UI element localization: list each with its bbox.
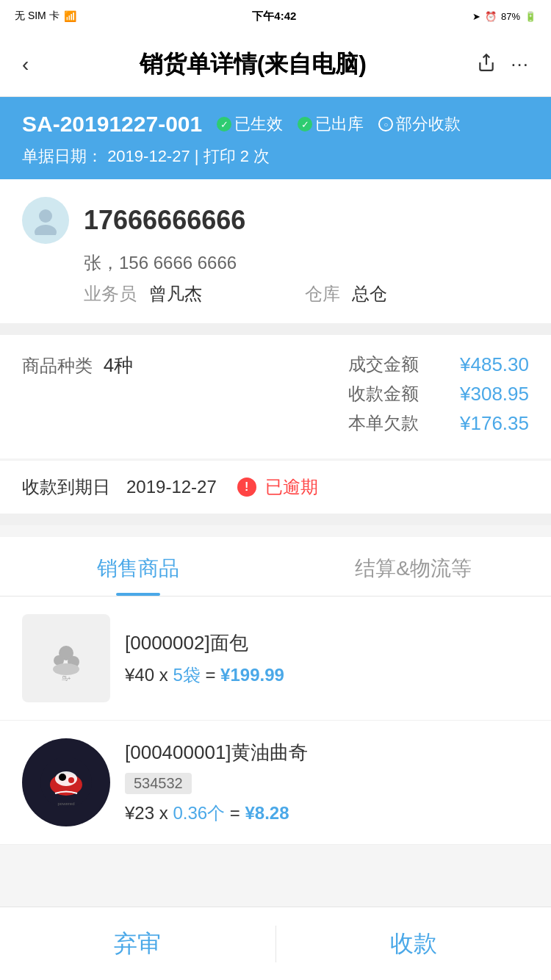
product-item-1: 鸟+ [0000002]面包 ¥40 x 5袋 = ¥199.99 [0, 597, 551, 721]
svg-point-0 [39, 209, 52, 223]
svg-point-11 [68, 777, 74, 783]
product-item-2: powered [000400001]黄油曲奇 534532 ¥23 x 0.3… [0, 721, 551, 845]
overdue-date: 2019-12-27 [126, 477, 217, 497]
page-title: 销货单详情(来自电脑) [29, 48, 477, 81]
product-total-2: ¥8.28 [245, 803, 289, 823]
svg-point-10 [59, 774, 66, 781]
deal-amount-label: 成交金额 [348, 353, 419, 376]
status-shipped: ✓ 已出库 [298, 113, 364, 135]
received-value: ¥308.95 [441, 383, 529, 406]
overdue-label: 收款到期日 [22, 475, 110, 499]
nav-actions: ··· [477, 53, 529, 76]
header-date: 单据日期： 2019-12-27 | 打印 2 次 [22, 145, 529, 167]
customer-phone: 17666666666 [84, 205, 245, 236]
alarm-icon: ⏰ [485, 11, 497, 22]
overdue-icon: ! [237, 478, 256, 497]
wifi-icon: 📶 [64, 10, 76, 22]
category-count: 4种 [104, 354, 133, 376]
status-left: 无 SIM 卡 📶 [15, 10, 76, 23]
received-label: 收款金额 [348, 382, 419, 406]
battery-percent: 87% [501, 11, 520, 22]
check-icon-2: ✓ [298, 117, 312, 131]
order-id: SA-20191227-001 [22, 112, 202, 137]
svg-text:鸟+: 鸟+ [62, 675, 71, 682]
clock-icon: ○ [378, 117, 393, 131]
product-info-1: [0000002]面包 ¥40 x 5袋 = ¥199.99 [125, 630, 529, 687]
sales-label: 业务员 [84, 284, 137, 303]
stats-right: 成交金额 ¥485.30 收款金额 ¥308.95 本单欠款 ¥176.35 [348, 353, 529, 441]
owed-row: 本单欠款 ¥176.35 [348, 411, 529, 435]
sim-text: 无 SIM 卡 [15, 10, 60, 23]
battery-icon: 🔋 [525, 11, 536, 22]
tab-products[interactable]: 销售商品 [0, 537, 276, 596]
svg-point-9 [55, 771, 77, 786]
more-button[interactable]: ··· [511, 53, 529, 76]
order-row: SA-20191227-001 ✓ 已生效 ✓ 已出库 ○ 部分收款 [22, 112, 529, 137]
stats-section: 商品种类 4种 成交金额 ¥485.30 收款金额 ¥308.95 本单欠款 ¥… [0, 335, 551, 458]
cancel-review-button[interactable]: 弃审 [0, 913, 276, 975]
product-name-1: [0000002]面包 [125, 630, 529, 656]
owed-label: 本单欠款 [348, 411, 419, 435]
svg-point-1 [35, 225, 57, 235]
category-label: 商品种类 [22, 356, 93, 375]
sales-person: 曾凡杰 [149, 284, 202, 303]
back-button[interactable]: ‹ [22, 53, 29, 76]
received-row: 收款金额 ¥308.95 [348, 382, 529, 406]
collect-payment-button[interactable]: 收款 [276, 913, 552, 975]
status-partial: ○ 部分收款 [378, 113, 461, 135]
check-icon-1: ✓ [217, 117, 231, 131]
svg-point-5 [53, 663, 79, 675]
time-display: 下午4:42 [252, 10, 296, 24]
product-info-2: [000400001]黄油曲奇 534532 ¥23 x 0.36个 = ¥8.… [125, 740, 529, 825]
owed-value: ¥176.35 [441, 412, 529, 435]
customer-section: 17666666666 张，156 6666 6666 业务员 曾凡杰 仓库 总… [0, 179, 551, 323]
overdue-status: 已逾期 [265, 475, 318, 499]
divider-1 [0, 323, 551, 335]
stats-row: 商品种类 4种 成交金额 ¥485.30 收款金额 ¥308.95 本单欠款 ¥… [22, 353, 529, 441]
product-badge-2: 534532 [125, 773, 192, 794]
status-effective: ✓ 已生效 [217, 113, 283, 135]
tab-settlement[interactable]: 结算&物流等 [276, 537, 551, 596]
share-button[interactable] [477, 53, 496, 76]
product-price-1: ¥40 x 5袋 = ¥199.99 [125, 663, 529, 687]
header-info: SA-20191227-001 ✓ 已生效 ✓ 已出库 ○ 部分收款 单据日期：… [0, 97, 551, 179]
product-price-2: ¥23 x 0.36个 = ¥8.28 [125, 801, 529, 825]
stats-left: 商品种类 4种 [22, 353, 133, 378]
status-bar: 无 SIM 卡 📶 下午4:42 ➤ ⏰ 87% 🔋 [0, 0, 551, 32]
warehouse: 总仓 [352, 284, 387, 303]
product-qty-2: 0.36个 [173, 803, 225, 823]
deal-amount-row: 成交金额 ¥485.30 [348, 353, 529, 376]
nav-bar: ‹ 销货单详情(来自电脑) ··· [0, 32, 551, 97]
customer-meta: 业务员 曾凡杰 仓库 总仓 [84, 282, 529, 306]
product-image-2: powered [22, 738, 110, 826]
bottom-bar: 弃审 收款 [0, 907, 551, 980]
product-qty-1: 5袋 [173, 665, 200, 685]
product-name-2: [000400001]黄油曲奇 [125, 740, 529, 765]
deal-amount-value: ¥485.30 [441, 353, 529, 376]
customer-name: 张，156 6666 6666 [84, 251, 529, 275]
divider-2 [0, 514, 551, 525]
customer-row: 17666666666 [22, 197, 529, 244]
product-image-1: 鸟+ [22, 614, 110, 702]
svg-text:powered: powered [57, 801, 74, 806]
warehouse-label: 仓库 [305, 284, 340, 303]
product-total-1: ¥199.99 [220, 665, 284, 685]
overdue-section: 收款到期日 2019-12-27 ! 已逾期 [0, 460, 551, 514]
tabs: 销售商品 结算&物流等 [0, 537, 551, 597]
location-icon: ➤ [472, 11, 480, 22]
product-list: 鸟+ [0000002]面包 ¥40 x 5袋 = ¥199.99 [0, 597, 551, 845]
status-right: ➤ ⏰ 87% 🔋 [472, 11, 536, 22]
avatar [22, 197, 69, 244]
